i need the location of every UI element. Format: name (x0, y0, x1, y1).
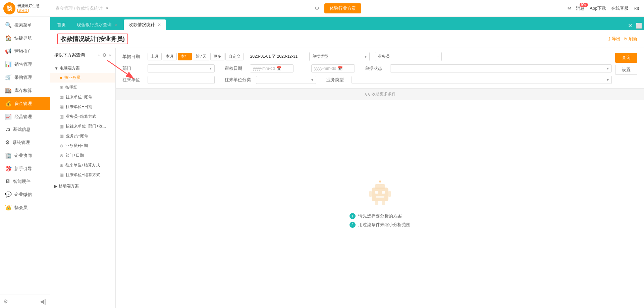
tree-item-icon: ⊞ (60, 85, 63, 90)
tree-item-label: 往来单位+账号 (66, 94, 92, 100)
audit-date-to[interactable]: yyyy-mm-dd 📅 (311, 64, 355, 72)
sidebar-item-operations[interactable]: 📈 经营管理 (0, 110, 50, 123)
record-type-select[interactable]: 单据类型 ▾ (309, 52, 370, 61)
sidebar-item-purchase[interactable]: 🛒 采购管理 (0, 71, 50, 84)
audit-date-label: 审核日期 (225, 65, 245, 71)
tree-item-dept-date[interactable]: ⊙ 部门+日期 (50, 151, 115, 160)
sidebar-item-basic[interactable]: 🗂 基础信息 (0, 123, 50, 136)
date-btn-thisyear[interactable]: 本年 (178, 53, 192, 60)
dept-select[interactable]: ▾ (148, 64, 215, 72)
basic-icon: 🗂 (5, 126, 10, 133)
date-buttons: 上月 本月 本年 近7天 更多 自定义 (148, 53, 244, 60)
sidebar-item-quicknav[interactable]: 🏠 快捷导航 (0, 32, 50, 45)
tab-collection-close[interactable]: ✕ (158, 22, 161, 27)
tree-item-unit-settle2[interactable]: ▦ 往来单位+结算方式 (50, 170, 115, 180)
tree-item-salesman-date[interactable]: ⊙ 业务员+日期 (50, 141, 115, 151)
app-download-link[interactable]: App下载 (590, 5, 606, 11)
results-area: 1 请先选择要分析的方案 2 用过滤条件来缩小分析范围 (116, 100, 644, 308)
export-button[interactable]: ⤴ 导出 (608, 36, 621, 42)
refresh-button[interactable]: ↻ 刷新 (624, 36, 637, 42)
business-type-select[interactable]: ▾ (352, 76, 612, 84)
tree-item-unit-dept[interactable]: ▦ 按往来单位+部门+收... (50, 121, 115, 131)
counterpart-more[interactable]: ··· (208, 78, 212, 82)
sidebar-item-finance[interactable]: 💰 资金管理 (0, 97, 50, 110)
collapse-label: 收起更多条件 (372, 91, 396, 97)
tree-expand-icon: ▼ (54, 66, 58, 71)
tree-item-icon: ⊙ (60, 153, 63, 158)
tree-section-mobile-label: 移动端方案 (59, 183, 79, 189)
collapse-bar[interactable]: ∧∧ 收起更多条件 (116, 88, 644, 100)
sidebar-item-system[interactable]: ⚙ 系统管理 (0, 136, 50, 149)
tab-collection[interactable]: 收款情况统计 ✕ (124, 19, 166, 30)
footer-settings-icon[interactable]: ⚙ (3, 298, 8, 305)
trial-button[interactable]: 体验行业方案 (324, 3, 361, 13)
sidebar-item-guide[interactable]: 🎯 新手引导 (0, 162, 50, 175)
tree-item-label: 往来单位+日期 (66, 104, 92, 110)
svg-rect-0 (372, 188, 388, 201)
calendar-icon-to: 📅 (338, 66, 343, 71)
sidebar-item-sales[interactable]: 📊 销售管理 (0, 58, 50, 71)
tree-item-unit-date[interactable]: ▦ 往来单位+日期 (50, 102, 115, 112)
message-area[interactable]: ✉ 99+ 消息 (568, 5, 585, 11)
tree-item-unit-account[interactable]: ▦ 往来单位+账号 (50, 92, 115, 102)
tab-cashflow[interactable]: 现金银行流水查询 ✕ (72, 19, 123, 30)
logo-text: 畅捷通好生意 标准版 (17, 3, 40, 13)
counterpart-label: 往来单位 (122, 77, 143, 83)
counterpart-type-label: 往来单位分类 (225, 77, 251, 83)
tab-home[interactable]: 首页 (52, 19, 71, 30)
tab-maximize[interactable]: ⬜ (636, 22, 642, 29)
sidebar-item-member[interactable]: 👑 畅会员 (0, 201, 50, 214)
sidebar-item-inventory[interactable]: 🏬 库存核算 (0, 84, 50, 97)
sidebar-item-marketing[interactable]: 📢 营销推广 (0, 45, 50, 58)
query-button[interactable]: 查询 (615, 53, 637, 63)
footer-collapse-icon[interactable]: ◀‖ (40, 298, 47, 305)
tree-section-mobile[interactable]: ▶ 移动端方案 (50, 182, 115, 191)
date-btn-7days[interactable]: 近7天 (193, 53, 209, 60)
counterpart-select[interactable]: ··· (148, 76, 215, 84)
date-label: 单据日期 (122, 54, 143, 60)
sidebar-item-label: 销售管理 (14, 61, 32, 67)
dropdown-icon[interactable]: ▾ (106, 6, 108, 11)
counterpart-type-select[interactable]: ▾ (256, 76, 316, 84)
panel-gear-icon[interactable]: ⚙ (102, 52, 107, 58)
record-type-label: 单据类型 (312, 54, 328, 59)
settings-button[interactable]: 设置 (615, 65, 637, 75)
date-btn-more[interactable]: 更多 (210, 53, 224, 60)
right-content: 单据日期 上月 本月 本年 近7天 更多 自定义 2023-01-01 至 20… (116, 48, 644, 308)
tree-item-unit-settle1[interactable]: ⊞ 往来单位+结算方式 (50, 160, 115, 170)
online-service-link[interactable]: 在线客服 (611, 5, 629, 11)
counterpart-type-chevron: ▾ (311, 78, 313, 82)
tree-item-salesman[interactable]: ● 按业务员 (50, 73, 115, 83)
header-gear-icon[interactable]: ⚙ (315, 5, 319, 11)
date-btn-lastmonth[interactable]: 上月 (148, 53, 162, 60)
salesman-more[interactable]: ··· (435, 54, 439, 59)
date-btn-thismonth[interactable]: 本月 (163, 53, 177, 60)
panel-collapse-icon[interactable]: « (109, 52, 111, 58)
sidebar-item-wechat[interactable]: 💬 企业微信 (0, 188, 50, 201)
collapse-icon: ∧∧ (364, 92, 370, 97)
tree-item-detail[interactable]: ⊞ 按明细 (50, 83, 115, 92)
sidebar-item-search[interactable]: 🔍 搜索菜单 (0, 18, 50, 32)
tree-item-salesman-settle[interactable]: ▥ 业务员+结算方式 (50, 112, 115, 121)
sidebar-item-hardware[interactable]: 🖥 智能硬件 (0, 175, 50, 188)
tree-item-salesman-account[interactable]: ▦ 业务员+账号 (50, 131, 115, 141)
audit-date-from[interactable]: yyyy-mm-dd 📅 (250, 64, 293, 72)
salesman-select[interactable]: 业务员 ··· (375, 52, 442, 61)
main-area: 资金管理 / 收款情况统计 ▾ ⚙ 体验行业方案 ✉ 99+ 消息 App下载 … (50, 0, 644, 308)
svg-rect-10 (382, 201, 385, 205)
wechat-icon: 💬 (5, 191, 12, 198)
sidebar-item-corp[interactable]: 🏢 企业协同 (0, 149, 50, 162)
record-status-select[interactable]: ▾ (390, 64, 612, 72)
sales-icon: 📊 (5, 61, 12, 67)
panel-add-icon[interactable]: + (98, 52, 100, 58)
empty-steps: 1 请先选择要分析的方案 2 用过滤条件来缩小分析范围 (350, 213, 411, 230)
date-btn-custom[interactable]: 自定义 (225, 53, 244, 60)
page-header-actions: ⤴ 导出 ↻ 刷新 (608, 36, 637, 42)
tab-close-window[interactable]: ✕ (628, 22, 632, 29)
user-avatar[interactable]: Rit (634, 6, 639, 11)
sidebar-item-label: 搜索菜单 (14, 22, 32, 28)
tab-home-label: 首页 (57, 22, 66, 28)
tab-cashflow-close[interactable]: ✕ (114, 22, 118, 27)
system-icon: ⚙ (5, 139, 10, 146)
tree-section-pc[interactable]: ▼ 电脑端方案 (50, 64, 115, 73)
